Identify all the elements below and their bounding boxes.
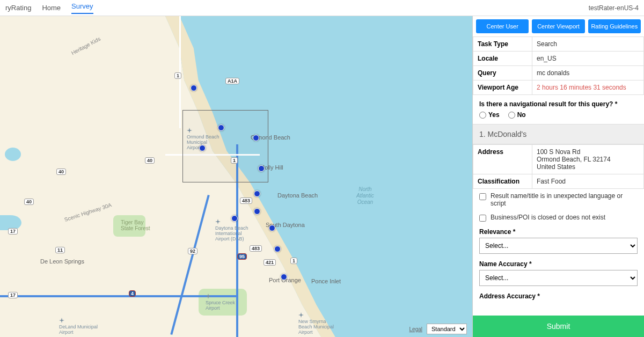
label-spruce-creek: Spruce Creek Airport — [206, 294, 235, 311]
address-value: 100 S Nova Rd Ormond Beach, FL 32174 Uni… — [532, 145, 644, 174]
shield-us1: 1 — [174, 72, 181, 79]
navigational-question: Is there a navigational result for this … — [473, 95, 644, 124]
brand-label: ryRating — [5, 4, 31, 12]
name-accuracy-label: Name Accuracy * — [479, 260, 638, 268]
rating-guidelines-button[interactable]: Rating Guidelines — [588, 19, 641, 33]
label-ocean: North Atlantic Ocean — [356, 186, 374, 206]
label-deland-airport: DeLand Municipal Airport — [59, 318, 98, 335]
shield-sr40: 40 — [24, 199, 34, 205]
viewport-age-value: 2 hours 16 minutes 31 seconds — [532, 80, 644, 95]
map[interactable]: 1 A1A 1 1 40 40 40 95 4 17 17 92 483 483… — [0, 16, 472, 337]
viewport-age-key: Viewport Age — [473, 80, 532, 95]
shield-us1: 1 — [290, 258, 297, 264]
nav-home[interactable]: Home — [42, 4, 61, 12]
shield-us17: 17 — [8, 292, 18, 298]
result-header: 1. McDonald's — [473, 124, 644, 144]
map-view-select[interactable]: Standard — [427, 324, 467, 334]
label-de-leon: De Leon Springs — [40, 258, 84, 265]
center-user-button[interactable]: Center User — [476, 19, 529, 33]
submit-button[interactable]: Submit — [473, 316, 644, 337]
unexpected-language-checkbox[interactable] — [479, 193, 486, 200]
map-bottom-controls: Legal Standard — [409, 324, 467, 334]
unexpected-language-label: Result name/title is in unexpected langu… — [491, 192, 638, 207]
map-pin[interactable] — [253, 135, 259, 141]
map-pin[interactable] — [191, 85, 197, 91]
center-viewport-button[interactable]: Center Viewport — [532, 19, 584, 33]
query-value: mc donalds — [532, 66, 644, 80]
shield-a1a: A1A — [225, 78, 239, 84]
map-pin[interactable] — [231, 215, 238, 222]
shield-sr40: 40 — [56, 169, 66, 175]
map-pin[interactable] — [254, 208, 260, 215]
label-ponce-inlet: Ponce Inlet — [311, 278, 341, 284]
address-key: Address — [473, 145, 532, 174]
top-nav: ryRating Home Survey testRater-enUS-4 — [0, 0, 644, 16]
rating-panel: Center User Center Viewport Rating Guide… — [472, 16, 644, 337]
task-info-table: Task TypeSearch Localeen_US Querymc dona… — [473, 36, 644, 95]
closed-poi-label: Business/POI is closed or does not exist — [491, 214, 605, 221]
map-pin[interactable] — [274, 246, 281, 252]
address-accuracy-label: Address Accuracy * — [479, 292, 638, 300]
map-pin[interactable] — [269, 225, 275, 231]
locale-key: Locale — [473, 52, 532, 66]
nav-yes-radio[interactable] — [479, 112, 486, 119]
map-pin[interactable] — [218, 124, 224, 131]
shield-us92: 92 — [188, 248, 197, 254]
shield-sr421: 421 — [264, 259, 276, 266]
label-daytona-beach: Daytona Beach — [277, 192, 318, 199]
shield-sr40: 40 — [145, 157, 155, 164]
airplane-icon — [206, 294, 211, 299]
map-pin[interactable] — [258, 165, 265, 172]
nav-no-radio[interactable] — [508, 112, 515, 119]
airplane-icon — [215, 219, 221, 224]
nav-question-label: Is there a navigational result for this … — [479, 100, 638, 108]
legal-link[interactable]: Legal — [409, 326, 422, 332]
query-key: Query — [473, 66, 532, 80]
nav-survey[interactable]: Survey — [71, 2, 93, 14]
locale-value: en_US — [532, 52, 644, 66]
map-pin[interactable] — [254, 191, 260, 197]
result-info-table: Address 100 S Nova Rd Ormond Beach, FL 3… — [473, 144, 644, 189]
shield-i4: 4 — [129, 290, 136, 297]
airplane-icon — [59, 318, 64, 323]
map-pin[interactable] — [281, 274, 287, 280]
label-tiger-bay: Tiger Bay State Forest — [121, 219, 150, 231]
classification-key: Classification — [473, 174, 532, 189]
shield-sr483: 483 — [240, 197, 252, 204]
label-nsb-airport: New Smyrna Beach Municipal Airport — [298, 312, 334, 335]
name-accuracy-select[interactable]: Select... — [479, 270, 638, 286]
map-pin[interactable] — [199, 145, 206, 151]
closed-poi-checkbox[interactable] — [479, 215, 486, 222]
nav-yes-option[interactable]: Yes — [479, 111, 500, 119]
viewport-box — [182, 110, 268, 182]
relevance-label: Relevance * — [479, 228, 638, 236]
task-type-value: Search — [532, 37, 644, 52]
label-daytona-airport: Daytona Beach International Airport (DAB… — [215, 219, 248, 242]
airplane-icon — [298, 312, 304, 318]
relevance-select[interactable]: Select... — [479, 238, 638, 254]
classification-value: Fast Food — [532, 174, 644, 189]
shield-i95: 95 — [237, 253, 247, 260]
shield-sr11: 11 — [55, 247, 65, 253]
task-type-key: Task Type — [473, 37, 532, 52]
shield-us17: 17 — [8, 228, 18, 235]
user-label: testRater-enUS-4 — [589, 4, 639, 12]
nav-no-option[interactable]: No — [508, 111, 526, 119]
shield-sr483: 483 — [250, 245, 262, 252]
